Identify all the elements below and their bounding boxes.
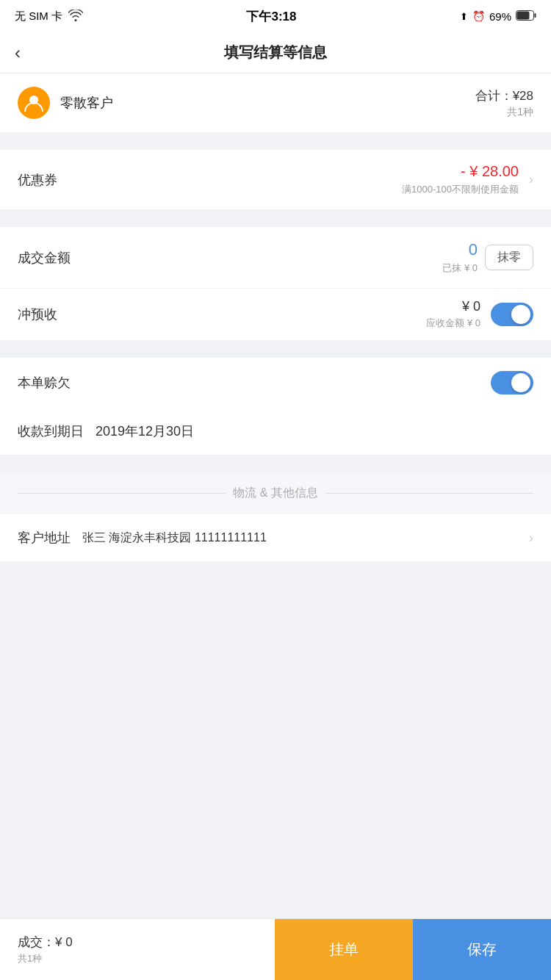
deal-amount-row: 成交金额 0 已抹 ¥ 0 抹零: [0, 227, 551, 289]
bottom-deal-label: 成交：: [18, 935, 55, 949]
svg-rect-2: [534, 13, 536, 18]
deal-amount-label: 成交金额: [18, 249, 71, 267]
divider-2: [0, 218, 551, 227]
chong-amount: ¥ 0: [426, 299, 480, 314]
credit-debt-toggle[interactable]: [491, 371, 533, 394]
address-value: 张三 海淀永丰科技园 11111111111: [82, 529, 267, 547]
round-zero-button[interactable]: 抹零: [485, 245, 533, 270]
page-title: 填写结算等信息: [224, 43, 327, 62]
total-count: 共1种: [475, 106, 533, 119]
no-sim-text: 无 SIM 卡: [15, 10, 62, 24]
wifi-icon: [68, 10, 83, 24]
amount-input-area: 0 已抹 ¥ 0: [442, 240, 478, 275]
credit-debt-label: 本单赊欠: [18, 374, 71, 392]
customer-name: 零散客户: [60, 94, 113, 112]
customer-total: 合计：¥28 共1种: [475, 87, 533, 119]
coupon-value: - ¥ 28.00: [402, 163, 519, 180]
bottom-bar: 成交：¥ 0 共1种 挂单 保存: [0, 918, 551, 980]
blank-area: [0, 570, 551, 717]
credit-debt-row: 本单赊欠: [0, 358, 551, 408]
alarm-icon: ⏰: [472, 10, 485, 22]
coupon-label: 优惠券: [18, 171, 57, 189]
logistics-section-header: 物流 & 其他信息: [0, 472, 551, 514]
hold-button[interactable]: 挂单: [275, 919, 413, 980]
main-content: 零散客户 合计：¥28 共1种 优惠券 - ¥ 28.00 满1000-100不…: [0, 73, 551, 783]
address-label: 客户地址: [18, 529, 71, 547]
chong-value-col: ¥ 0 应收金额 ¥ 0: [426, 299, 480, 330]
divider-1: [0, 141, 551, 150]
address-row[interactable]: 客户地址 张三 海淀永丰科技园 11111111111 ›: [0, 514, 551, 561]
coupon-right-col: - ¥ 28.00 满1000-100不限制使用金额: [402, 163, 519, 196]
amount-sub: 已抹 ¥ 0: [442, 262, 478, 275]
chong-pre-receive-row: 冲预收 ¥ 0 应收金额 ¥ 0: [0, 289, 551, 340]
due-date-label: 收款到期日: [18, 422, 84, 440]
logistics-line-left: [18, 493, 226, 494]
chong-sub: 应收金额 ¥ 0: [426, 317, 480, 330]
address-left: 客户地址 张三 海淀永丰科技园 11111111111: [18, 529, 267, 547]
amount-number[interactable]: 0: [442, 240, 478, 259]
deal-amount-value-area: 0 已抹 ¥ 0 抹零: [442, 240, 533, 275]
bottom-count: 共1种: [18, 952, 257, 965]
coupon-value-area: - ¥ 28.00 满1000-100不限制使用金额 ›: [402, 163, 533, 196]
bottom-summary: 成交：¥ 0 共1种: [0, 934, 275, 965]
battery-icon: [516, 10, 536, 23]
total-amount: 合计：¥28: [475, 87, 533, 104]
coupon-card[interactable]: 优惠券 - ¥ 28.00 满1000-100不限制使用金额 ›: [0, 150, 551, 209]
customer-left: 零散客户: [18, 87, 113, 119]
coupon-chevron-icon: ›: [529, 172, 533, 187]
location-icon: ⬆: [460, 11, 468, 22]
svg-rect-1: [516, 11, 529, 19]
amount-card: 成交金额 0 已抹 ¥ 0 抹零 冲预收 ¥ 0 应收金额 ¥ 0: [0, 227, 551, 340]
chong-label: 冲预收: [18, 306, 57, 323]
status-time: 下午3:18: [246, 8, 296, 25]
chong-right: ¥ 0 应收金额 ¥ 0: [426, 299, 533, 330]
logistics-label: 物流 & 其他信息: [233, 486, 318, 501]
nav-bar: ‹ 填写结算等信息: [0, 32, 551, 73]
coupon-desc: 满1000-100不限制使用金额: [402, 183, 519, 196]
divider-4: [0, 464, 551, 472]
battery-text: 69%: [489, 10, 511, 23]
status-bar: 无 SIM 卡 下午3:18 ⬆ ⏰ 69%: [0, 0, 551, 32]
chong-toggle-knob: [511, 305, 530, 324]
due-date-row: 收款到期日 2019年12月30日: [0, 408, 551, 455]
save-button[interactable]: 保存: [413, 919, 551, 980]
due-date-value: 2019年12月30日: [96, 422, 194, 440]
credit-debt-card: 本单赊欠 收款到期日 2019年12月30日: [0, 358, 551, 455]
bottom-deal-value: ¥ 0: [55, 935, 73, 949]
customer-card: 零散客户 合计：¥28 共1种: [0, 73, 551, 132]
logistics-line-right: [325, 493, 533, 494]
credit-debt-toggle-knob: [511, 373, 530, 392]
coupon-row[interactable]: 优惠券 - ¥ 28.00 满1000-100不限制使用金额 ›: [0, 150, 551, 209]
bottom-deal-text: 成交：¥ 0: [18, 934, 257, 951]
address-card[interactable]: 客户地址 张三 海淀永丰科技园 11111111111 ›: [0, 514, 551, 561]
address-chevron-icon: ›: [529, 530, 533, 546]
divider-3: [0, 349, 551, 358]
customer-avatar: [18, 87, 50, 119]
back-button[interactable]: ‹: [15, 43, 21, 63]
customer-row: 零散客户 合计：¥28 共1种: [0, 73, 551, 132]
status-right: ⬆ ⏰ 69%: [460, 10, 536, 23]
status-left: 无 SIM 卡: [15, 10, 83, 24]
chong-toggle[interactable]: [491, 303, 533, 326]
